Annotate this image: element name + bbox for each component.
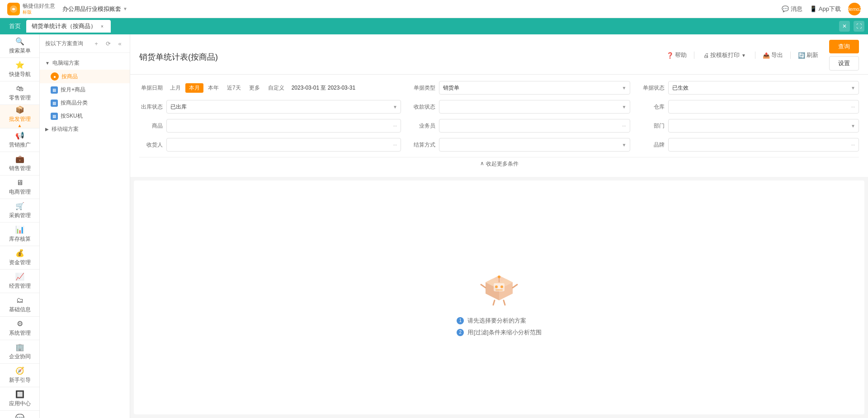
apps-icon: 🔲 xyxy=(15,390,24,399)
tab-home[interactable]: 首页 xyxy=(4,20,26,33)
brand-dots: ··· xyxy=(851,142,855,147)
template-print-button[interactable]: 🖨 按模板打印 ▼ xyxy=(702,50,748,60)
logo-icon xyxy=(7,3,20,15)
sidebar-item-corp[interactable]: 🏢 企业协同 xyxy=(0,340,39,364)
finance-icon: 💰 xyxy=(15,249,24,257)
svg-point-8 xyxy=(500,285,503,288)
sidebar-item-search-menu[interactable]: 🔍 搜索菜单 xyxy=(0,34,39,58)
sidebar-item-retail[interactable]: 🛍 零售管理 xyxy=(0,81,39,105)
salesperson-input[interactable]: ··· xyxy=(439,119,630,133)
sidebar-item-sys[interactable]: ⚙ 系统管理 xyxy=(0,317,39,340)
svg-line-13 xyxy=(513,285,517,288)
help-icon: ❓ xyxy=(666,52,674,59)
brand-input[interactable]: ··· xyxy=(668,138,859,152)
scheme-item-by-category[interactable]: ▦ 按商品分类 xyxy=(40,96,130,109)
date-pill-more[interactable]: 更多 xyxy=(245,83,264,93)
scheme-icon-sku: ▦ xyxy=(51,113,58,120)
marketing-icon: 📢 xyxy=(15,131,24,140)
query-button[interactable]: 查询 xyxy=(829,40,859,53)
doc-type-select[interactable]: 销货单 xyxy=(439,81,630,95)
export-button[interactable]: 📤 导出 xyxy=(763,51,783,59)
tab-minimize-button[interactable]: ✕ xyxy=(839,21,850,32)
goods-input[interactable]: ··· xyxy=(166,119,401,133)
app-download-button[interactable]: 📱 App下载 xyxy=(810,5,841,13)
avatar: demo2 xyxy=(848,3,861,15)
warehouse-label: 仓库 xyxy=(641,103,668,111)
svg-line-14 xyxy=(493,300,495,305)
sidebar-item-finance[interactable]: 💰 资金管理 xyxy=(0,246,39,270)
date-pill-last-month[interactable]: 上月 xyxy=(166,83,184,93)
scheme-icon-category: ▦ xyxy=(51,100,58,107)
header-right: 💬 消息 📱 App下载 demo2 xyxy=(782,3,861,15)
help-button[interactable]: ❓ 帮助 xyxy=(666,51,687,59)
wechat-icon: 💬 xyxy=(15,413,24,418)
page-header: 销货单统计表(按商品) ❓ 帮助 🖨 按模板打印 ▼ 📤 导出 xyxy=(130,34,868,75)
date-pills: 上月 本月 本年 近7天 更多 自定义 xyxy=(166,83,288,93)
sidebar-item-wechat[interactable]: 💬 企业微信 xyxy=(0,411,39,418)
doc-status-select[interactable]: 已生效 xyxy=(668,81,859,95)
payment-status-select[interactable] xyxy=(439,100,630,114)
sidebar-item-ops[interactable]: 📈 经营管理 xyxy=(0,270,39,293)
logo-text: 畅捷信好生意 标版 xyxy=(23,3,55,14)
collapse-panel-button[interactable]: « xyxy=(115,39,124,48)
filter-doc-status: 单据状态 已生效 ▼ xyxy=(641,81,859,95)
scheme-item-by-product[interactable]: ● 按商品 xyxy=(40,70,130,83)
payment-method-label: 结算方式 xyxy=(412,141,439,149)
department-select[interactable] xyxy=(668,119,859,133)
filter-row-4: 收货人 ··· 结算方式 ▼ 品牌 xyxy=(139,138,859,152)
chevron-down-icon: ▼ xyxy=(741,53,746,58)
minimize-icon: ✕ xyxy=(842,23,847,29)
filter-department: 部门 ▼ xyxy=(641,119,859,133)
sidebar-item-quick-nav[interactable]: ⭐ 快捷导航 xyxy=(0,58,39,81)
print-icon: 🖨 xyxy=(703,52,709,59)
ecom-icon: 🖥 xyxy=(16,179,24,187)
retail-icon: 🛍 xyxy=(16,85,24,93)
filter-doc-type: 单据类型 销货单 ▼ xyxy=(412,81,630,95)
refresh-scheme-button[interactable]: ⟳ xyxy=(104,39,113,48)
out-status-select[interactable]: 已出库 xyxy=(166,100,401,114)
chevron-down-icon: ▼ xyxy=(45,61,50,66)
goods-label: 商品 xyxy=(139,122,166,130)
svg-point-7 xyxy=(495,285,498,288)
add-scheme-button[interactable]: + xyxy=(92,39,101,48)
desktop-group-header[interactable]: ▼ 电脑端方案 xyxy=(40,57,130,70)
recipient-input[interactable]: ··· xyxy=(166,138,401,152)
settings-button[interactable]: 设置 xyxy=(829,56,859,71)
payment-method-select[interactable] xyxy=(439,138,630,152)
sidebar-item-inventory[interactable]: 📊 库存核算 xyxy=(0,223,39,246)
sidebar-item-apps[interactable]: 🔲 应用中心 xyxy=(0,387,39,411)
doc-type-select-wrapper: 销货单 ▼ xyxy=(439,81,630,95)
scheme-item-by-month-product[interactable]: ▦ 按月+商品 xyxy=(40,83,130,96)
filter-salesperson: 业务员 ··· xyxy=(412,119,630,133)
user-profile[interactable]: demo2 xyxy=(848,3,861,15)
tab-active[interactable]: 销货单统计表（按商品） × xyxy=(26,20,111,33)
sidebar-item-marketing[interactable]: 📢 营销推广 xyxy=(0,128,39,152)
sys-icon: ⚙ xyxy=(17,319,23,328)
sidebar-item-wholesale[interactable]: 📦 批发管理 ▲ xyxy=(0,105,39,128)
date-pill-custom[interactable]: 自定义 xyxy=(264,83,288,93)
date-pill-this-month[interactable]: 本月 xyxy=(185,83,203,93)
page-header-actions: ❓ 帮助 🖨 按模板打印 ▼ 📤 导出 🔄 刷新 xyxy=(666,40,859,74)
sidebar-item-purchase[interactable]: 🛒 采购管理 xyxy=(0,199,39,223)
message-button[interactable]: 💬 消息 xyxy=(782,5,802,13)
svg-rect-9 xyxy=(495,290,503,290)
collapse-filters-button[interactable]: ∧ 收起更多条件 xyxy=(139,157,859,171)
sidebar-item-sales[interactable]: 💼 销售管理 xyxy=(0,152,39,176)
tab-expand-button[interactable]: ⛶ xyxy=(854,21,864,32)
tab-close-button[interactable]: × xyxy=(99,23,105,29)
scheme-tree: ▼ 电脑端方案 ● 按商品 ▦ 按月+商品 ▦ 按商品分类 ▦ 按SKU机 ▶ … xyxy=(40,53,130,139)
refresh-button[interactable]: 🔄 刷新 xyxy=(798,51,818,59)
warehouse-input[interactable]: ··· xyxy=(668,100,859,114)
sidebar-item-newbie[interactable]: 🧭 新手引导 xyxy=(0,364,39,387)
date-pill-7days[interactable]: 近7天 xyxy=(223,83,245,93)
out-status-select-wrapper: 已出库 ▼ xyxy=(166,100,401,114)
workspace-selector[interactable]: 办公用品行业模拟账套 ▼ xyxy=(59,3,131,15)
sidebar-item-base[interactable]: 🗂 基础信息 xyxy=(0,293,39,317)
mobile-group-header[interactable]: ▶ 移动端方案 xyxy=(40,123,130,136)
sidebar: 🔍 搜索菜单 ⭐ 快捷导航 🛍 零售管理 📦 批发管理 ▲ 📢 营销推广 💼 销… xyxy=(0,34,40,418)
sidebar-item-ecom[interactable]: 🖥 电商管理 xyxy=(0,176,39,199)
date-pill-this-year[interactable]: 本年 xyxy=(204,83,222,93)
brand-label: 品牌 xyxy=(641,141,668,149)
scheme-icon-month-product: ▦ xyxy=(51,86,58,94)
scheme-item-by-sku[interactable]: ▦ 按SKU机 xyxy=(40,109,130,123)
